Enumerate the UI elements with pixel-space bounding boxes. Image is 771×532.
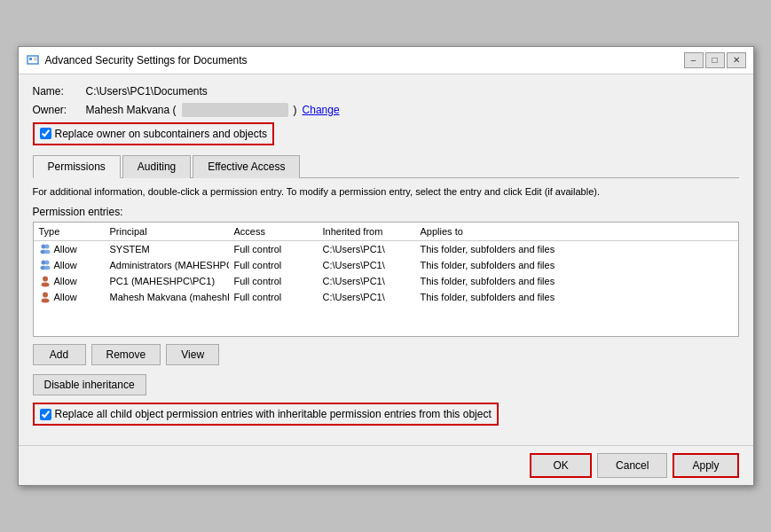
permission-table: Type Principal Access Inherited from App… [33,222,739,337]
change-link[interactable]: Change [303,104,340,116]
table-row[interactable]: Allow PC1 (MAHESHPC\PC1) Full control C:… [34,273,738,289]
svg-rect-3 [34,59,37,60]
cell-type-1: Allow [34,258,105,272]
replace-child-checkbox-row: Replace all child object permission entr… [33,403,499,426]
svg-point-15 [41,299,49,303]
info-text: For additional information, double-click… [33,185,739,199]
owner-value: Mahesh Makvana ( ) Change [86,103,340,117]
disable-inheritance-button[interactable]: Disable inheritance [33,374,146,395]
window-controls: – □ ✕ [684,52,746,68]
cell-applies-3: This folder, subfolders and files [415,290,738,304]
tab-auditing[interactable]: Auditing [122,155,191,178]
cell-access-3: Full control [229,290,318,304]
table-action-buttons: Add Remove View [33,344,739,365]
cell-principal-2: PC1 (MAHESHPC\PC1) [105,274,229,288]
cell-access-2: Full control [229,274,318,288]
replace-owner-checkbox-row: Replace owner on subcontainers and objec… [33,122,274,145]
cell-type-0: Allow [34,242,105,256]
replace-child-label: Replace all child object permission entr… [55,408,492,420]
window-content: Name: C:\Users\PC1\Documents Owner: Mahe… [19,74,753,445]
col-inherited: Inherited from [318,224,415,239]
group-icon [39,243,51,255]
svg-rect-2 [34,58,37,59]
name-row: Name: C:\Users\PC1\Documents [33,85,739,98]
name-value: C:\Users\PC1\Documents [86,85,208,98]
owner-label: Owner: [33,104,86,116]
cell-type-2: Allow [34,274,105,288]
tab-bar: Permissions Auditing Effective Access [33,154,739,178]
cancel-button[interactable]: Cancel [597,453,667,478]
restore-button[interactable]: □ [705,52,725,68]
svg-point-12 [43,277,48,282]
replace-owner-label: Replace owner on subcontainers and objec… [55,128,267,140]
minimize-button[interactable]: – [684,52,704,68]
cell-applies-0: This folder, subfolders and files [415,242,738,256]
cell-applies-2: This folder, subfolders and files [415,274,738,288]
svg-point-7 [43,250,50,254]
table-row[interactable]: Allow SYSTEM Full control C:\Users\PC1\ … [34,241,738,257]
title-bar: Advanced Security Settings for Documents… [19,47,753,74]
svg-point-11 [43,266,50,270]
window-title: Advanced Security Settings for Documents [45,54,679,66]
cell-inherited-1: C:\Users\PC1\ [318,258,415,272]
cell-principal-0: SYSTEM [105,242,229,256]
person-icon [39,291,51,303]
replace-owner-checkbox[interactable] [40,128,51,139]
cell-type-3: Allow [34,290,105,304]
permission-entries-label: Permission entries: [33,206,739,218]
tab-effective-access[interactable]: Effective Access [193,155,300,178]
close-button[interactable]: ✕ [727,52,746,68]
group-icon [39,259,51,271]
svg-point-9 [44,261,49,265]
svg-point-13 [41,283,49,287]
cell-applies-1: This folder, subfolders and files [415,258,738,272]
apply-button[interactable]: Apply [673,453,738,478]
table-row[interactable]: Allow Administrators (MAHESHPC\A... Full… [34,257,738,273]
add-button[interactable]: Add [33,344,86,365]
window-icon [26,53,40,67]
cell-access-1: Full control [229,258,318,272]
col-access: Access [229,224,318,239]
owner-name: Mahesh Makvana ( [86,104,177,116]
owner-row: Owner: Mahesh Makvana ( ) Change [33,103,739,117]
col-type: Type [34,224,105,239]
replace-child-checkbox[interactable] [40,409,51,420]
svg-rect-1 [29,58,32,60]
person-icon [39,275,51,287]
table-row[interactable]: Allow Mahesh Makvana (maheshhari... Full… [34,289,738,305]
view-button[interactable]: View [166,344,219,365]
name-label: Name: [33,85,86,98]
cell-principal-3: Mahesh Makvana (maheshhari... [105,290,229,304]
table-header: Type Principal Access Inherited from App… [34,223,738,241]
ok-button[interactable]: OK [530,453,592,478]
svg-point-5 [44,245,49,249]
cell-inherited-2: C:\Users\PC1\ [318,274,415,288]
cell-inherited-0: C:\Users\PC1\ [318,242,415,256]
cell-inherited-3: C:\Users\PC1\ [318,290,415,304]
remove-button[interactable]: Remove [91,344,161,365]
main-window: Advanced Security Settings for Documents… [18,46,754,486]
cell-principal-1: Administrators (MAHESHPC\A... [105,258,229,272]
col-principal: Principal [105,224,229,239]
col-applies: Applies to [415,224,738,239]
bottom-bar: OK Cancel Apply [19,445,753,485]
tab-permissions[interactable]: Permissions [33,155,121,178]
owner-blurred-box [182,103,288,117]
owner-paren-close: ) [294,104,297,116]
cell-access-0: Full control [229,242,318,256]
svg-point-14 [43,293,48,298]
